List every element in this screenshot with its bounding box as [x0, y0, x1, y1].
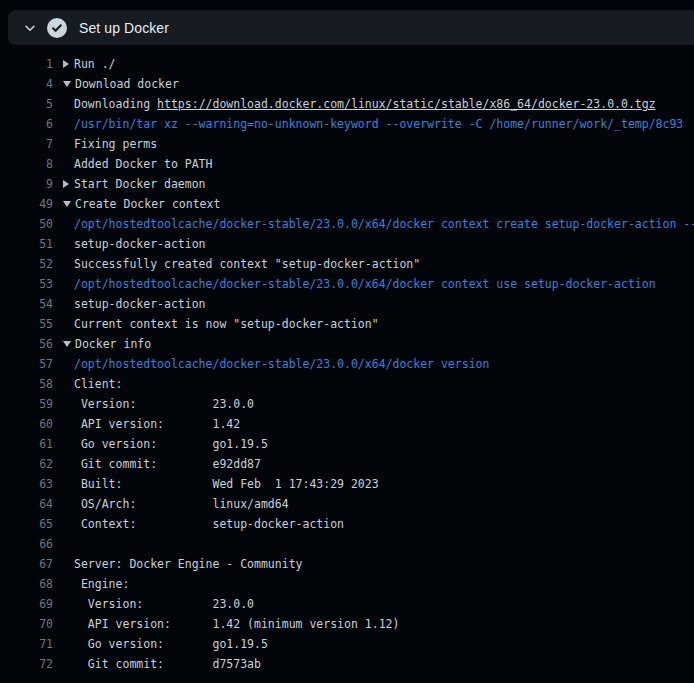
- line-number[interactable]: 69: [0, 594, 53, 614]
- log-line: 59 Version: 23.0.0: [0, 394, 694, 414]
- log-line: 60 API version: 1.42: [0, 414, 694, 434]
- log-text: Current context is now "setup-docker-act…: [53, 314, 694, 334]
- line-number[interactable]: 50: [0, 214, 53, 234]
- log-text-value: Go version: go1.19.5: [74, 437, 268, 451]
- log-line: 50/opt/hostedtoolcache/docker-stable/23.…: [0, 214, 694, 234]
- log-text-value: Server: Docker Engine - Community: [74, 557, 302, 571]
- line-number[interactable]: 1: [0, 54, 53, 74]
- log-line: 9Start Docker daemon: [0, 174, 694, 194]
- log-text-value: API version: 1.42: [74, 417, 240, 431]
- line-number[interactable]: 64: [0, 494, 53, 514]
- line-number[interactable]: 72: [0, 654, 53, 674]
- line-number[interactable]: 5: [0, 94, 53, 114]
- line-number[interactable]: 56: [0, 334, 53, 354]
- log-text: Client:: [53, 374, 694, 394]
- log-line: 69 Version: 23.0.0: [0, 594, 694, 614]
- log-text-value: Context: setup-docker-action: [74, 517, 344, 531]
- log-line: 49Create Docker context: [0, 194, 694, 214]
- log-text-value: Git commit: e92dd87: [74, 457, 261, 471]
- log-line: 52Successfully created context "setup-do…: [0, 254, 694, 274]
- log-command: /usr/bin/tar xz --warning=no-unknown-key…: [74, 117, 683, 131]
- line-number[interactable]: 6: [0, 114, 53, 134]
- line-number[interactable]: 59: [0, 394, 53, 414]
- step-header[interactable]: Set up Docker: [8, 10, 694, 45]
- log-text-value: Version: 23.0.0: [74, 597, 254, 611]
- log-line: 4Download docker: [0, 74, 694, 94]
- line-number[interactable]: 57: [0, 354, 53, 374]
- line-number[interactable]: 54: [0, 294, 53, 314]
- log-group-title[interactable]: Start Docker daemon: [53, 174, 694, 194]
- line-number[interactable]: 71: [0, 634, 53, 654]
- log-line: 7Fixing perms: [0, 134, 694, 154]
- log-group-title[interactable]: Download docker: [53, 74, 694, 94]
- line-number[interactable]: 4: [0, 74, 53, 94]
- log-group-title[interactable]: Run ./: [53, 54, 694, 74]
- line-number[interactable]: 52: [0, 254, 53, 274]
- log-text-value: Engine:: [74, 577, 129, 591]
- log-text: /usr/bin/tar xz --warning=no-unknown-key…: [53, 114, 694, 134]
- line-number[interactable]: 58: [0, 374, 53, 394]
- line-number[interactable]: 65: [0, 514, 53, 534]
- line-number[interactable]: 8: [0, 154, 53, 174]
- log-line: 66: [0, 534, 694, 554]
- line-number[interactable]: 60: [0, 414, 53, 434]
- log-link[interactable]: https://download.docker.com/linux/static…: [157, 97, 656, 111]
- log-text: setup-docker-action: [53, 294, 694, 314]
- log-line: 61 Go version: go1.19.5: [0, 434, 694, 454]
- workflow-log-panel: Set up Docker 1Run ./4Download docker5Do…: [0, 0, 694, 683]
- triangle-down-icon[interactable]: [63, 81, 71, 87]
- line-number[interactable]: 7: [0, 134, 53, 154]
- log-text: /opt/hostedtoolcache/docker-stable/23.0.…: [53, 274, 694, 294]
- log-text-value: Current context is now "setup-docker-act…: [74, 317, 379, 331]
- group-title-text: Run ./: [74, 57, 116, 71]
- log-text-value: OS/Arch: linux/amd64: [74, 497, 289, 511]
- log-text: Git commit: d7573ab: [53, 654, 694, 674]
- log-text: /opt/hostedtoolcache/docker-stable/23.0.…: [53, 214, 694, 234]
- log-text: /opt/hostedtoolcache/docker-stable/23.0.…: [53, 354, 694, 374]
- check-circle-icon: [47, 18, 67, 38]
- log-group-title[interactable]: Docker info: [53, 334, 694, 354]
- log-line: 58Client:: [0, 374, 694, 394]
- line-number[interactable]: 61: [0, 434, 53, 454]
- line-number[interactable]: 66: [0, 534, 53, 554]
- line-number[interactable]: 62: [0, 454, 53, 474]
- log-text-value: setup-docker-action: [74, 297, 206, 311]
- step-title: Set up Docker: [79, 20, 169, 36]
- log-command: /opt/hostedtoolcache/docker-stable/23.0.…: [74, 277, 656, 291]
- log-text: Built: Wed Feb 1 17:43:29 2023: [53, 474, 694, 494]
- triangle-right-icon[interactable]: [63, 60, 69, 68]
- line-number[interactable]: 70: [0, 614, 53, 634]
- log-line: 5Downloading https://download.docker.com…: [0, 94, 694, 114]
- log-line: 1Run ./: [0, 54, 694, 74]
- log-command: /opt/hostedtoolcache/docker-stable/23.0.…: [74, 217, 694, 231]
- line-number[interactable]: 9: [0, 174, 53, 194]
- log-text: API version: 1.42 (minimum version 1.12): [53, 614, 694, 634]
- log-text-value: Successfully created context "setup-dock…: [74, 257, 420, 271]
- line-number[interactable]: 68: [0, 574, 53, 594]
- line-number[interactable]: 55: [0, 314, 53, 334]
- chevron-down-icon[interactable]: [19, 21, 41, 35]
- triangle-right-icon[interactable]: [63, 180, 69, 188]
- line-number[interactable]: 53: [0, 274, 53, 294]
- line-number[interactable]: 51: [0, 234, 53, 254]
- line-number[interactable]: 63: [0, 474, 53, 494]
- log-line: 56Docker info: [0, 334, 694, 354]
- log-command: /opt/hostedtoolcache/docker-stable/23.0.…: [74, 357, 489, 371]
- log-text-value: Added Docker to PATH: [74, 157, 212, 171]
- log-lines: 1Run ./4Download docker5Downloading http…: [0, 54, 694, 674]
- log-text-value: API version: 1.42 (minimum version 1.12): [74, 617, 399, 631]
- log-text: Go version: go1.19.5: [53, 634, 694, 654]
- line-number[interactable]: 49: [0, 194, 53, 214]
- log-text: Server: Docker Engine - Community: [53, 554, 694, 574]
- log-group-title[interactable]: Create Docker context: [53, 194, 694, 214]
- log-line: 51setup-docker-action: [0, 234, 694, 254]
- triangle-down-icon[interactable]: [63, 201, 71, 207]
- log-text: Engine:: [53, 574, 694, 594]
- log-text: Context: setup-docker-action: [53, 514, 694, 534]
- log-line: 68 Engine:: [0, 574, 694, 594]
- line-number[interactable]: 67: [0, 554, 53, 574]
- log-line: 71 Go version: go1.19.5: [0, 634, 694, 654]
- triangle-down-icon[interactable]: [63, 341, 71, 347]
- log-text: Version: 23.0.0: [53, 394, 694, 414]
- group-title-text: Start Docker daemon: [74, 177, 206, 191]
